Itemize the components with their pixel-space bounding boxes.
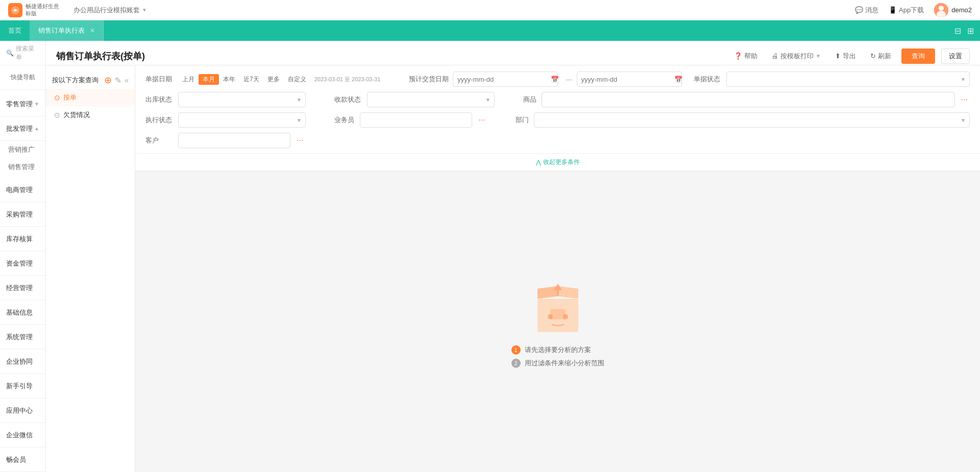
sidebar-sub-sales-label: 销售管理 bbox=[8, 163, 35, 171]
customer-input[interactable] bbox=[178, 133, 290, 148]
filter-sidebar-title: 按以下方案查询 bbox=[52, 76, 99, 85]
add-plan-icon[interactable]: ⊕ bbox=[104, 75, 112, 86]
tab-sales-order[interactable]: 销售订单执行表 ✕ bbox=[30, 20, 104, 41]
print-template-button[interactable]: 🖨 按模板打印 ▼ bbox=[768, 50, 825, 63]
product-dots-icon[interactable]: ··· bbox=[959, 95, 970, 104]
help-button[interactable]: ❓ 帮助 bbox=[730, 50, 762, 63]
sidebar-item-enterprise[interactable]: 企业协同 bbox=[0, 349, 45, 374]
date-tab-last-month[interactable]: 上月 bbox=[178, 74, 199, 85]
receipt-select[interactable] bbox=[367, 92, 495, 107]
sidebar-quick-nav[interactable]: 快捷导航 bbox=[0, 65, 45, 90]
empty-step-2: 2 用过滤条件来缩小分析范围 bbox=[511, 359, 604, 368]
plan-item-by-order[interactable]: ⊙ 按单 bbox=[46, 89, 135, 106]
app-download-label: App下载 bbox=[899, 6, 924, 15]
logo-area: 畅捷通好生意 标版 bbox=[8, 3, 59, 17]
page-actions: ❓ 帮助 🖨 按模板打印 ▼ ⬆ 导出 ↻ 刷新 查询 设置 bbox=[730, 49, 970, 64]
tab-sales-order-label: 销售订单执行表 bbox=[38, 26, 85, 35]
sidebar-item-ecommerce[interactable]: 电商管理 bbox=[0, 178, 45, 202]
svg-marker-6 bbox=[558, 286, 578, 299]
salesperson-dots-icon[interactable]: ··· bbox=[476, 115, 487, 125]
exec-status-select[interactable] bbox=[178, 112, 306, 128]
search-icon: 🔍 bbox=[6, 50, 14, 57]
date-tab-more[interactable]: 更多 bbox=[263, 74, 284, 85]
sidebar-item-finance[interactable]: 资金管理 bbox=[0, 251, 45, 276]
tab-minimize-icon[interactable]: ⊟ bbox=[954, 26, 961, 36]
filter-layout: 按以下方案查询 ⊕ ✎ « ⊙ 按单 ⊙ 欠货情况 bbox=[46, 65, 980, 472]
sidebar-item-purchase[interactable]: 采购管理 bbox=[0, 202, 45, 227]
sidebar-item-operations[interactable]: 经营管理 bbox=[0, 276, 45, 300]
sidebar-sub-marketing[interactable]: 营销推广 bbox=[0, 141, 45, 158]
collapse-chevron-icon: ⋀ bbox=[536, 159, 541, 166]
sidebar-app-center-label: 应用中心 bbox=[6, 406, 33, 415]
sidebar-item-app-center[interactable]: 应用中心 bbox=[0, 398, 45, 423]
app-download-action[interactable]: 📱 App下载 bbox=[889, 6, 924, 15]
tab-close-icon[interactable]: ✕ bbox=[90, 27, 95, 34]
settings-button[interactable]: 设置 bbox=[941, 49, 970, 64]
user-avatar-area[interactable]: demo2 bbox=[934, 3, 972, 17]
filter-row-3: 执行状态 ▼ 业务员 ··· bbox=[145, 112, 970, 128]
tab-expand-icon[interactable]: ⊞ bbox=[967, 26, 974, 36]
exec-status-group: 执行状态 ▼ bbox=[145, 112, 306, 128]
refresh-icon: ↻ bbox=[870, 52, 876, 60]
date-filter-group: 单据日期 上月 本月 本年 近7天 更多 自定义 2023-03-01 至 20… bbox=[145, 74, 380, 85]
date-tab-this-month[interactable]: 本月 bbox=[199, 74, 219, 85]
end-date-input[interactable] bbox=[577, 72, 682, 87]
start-date-input[interactable] bbox=[453, 72, 558, 87]
date-tab-this-year[interactable]: 本年 bbox=[219, 74, 239, 85]
empty-state: 1 请先选择要分析的方案 2 用过滤条件来缩小分析范围 bbox=[135, 171, 980, 472]
product-input[interactable] bbox=[542, 92, 955, 107]
plan-item-shortage[interactable]: ⊙ 欠货情况 bbox=[46, 106, 135, 124]
collapse-button[interactable]: ⋀ 收起更多条件 bbox=[536, 158, 580, 167]
sidebar-item-newbie[interactable]: 新手引导 bbox=[0, 374, 45, 398]
expected-delivery-label: 预计交货日期 bbox=[409, 75, 449, 84]
sidebar-search-label: 搜索菜单 bbox=[16, 44, 39, 62]
print-chevron-icon: ▼ bbox=[816, 53, 821, 59]
salesperson-group: 业务员 ··· bbox=[334, 112, 487, 128]
sidebar-item-system[interactable]: 系统管理 bbox=[0, 325, 45, 349]
logo-icon bbox=[8, 3, 22, 17]
breadcrumb[interactable]: 办公用品行业模拟账套 ▼ bbox=[74, 6, 147, 15]
sidebar-sub-sales[interactable]: 销售管理 bbox=[0, 158, 45, 176]
sidebar-newbie-label: 新手引导 bbox=[6, 382, 33, 391]
logo-text: 畅捷通好生意 标版 bbox=[26, 3, 59, 16]
sidebar-item-wholesale[interactable]: 批发管理 ▲ bbox=[0, 116, 45, 141]
empty-illustration bbox=[522, 276, 594, 337]
sidebar-item-inventory[interactable]: 库存核算 bbox=[0, 227, 45, 251]
start-date-wrapper: 📅 bbox=[453, 72, 561, 87]
page-header: 销售订单执行表(按单) ❓ 帮助 🖨 按模板打印 ▼ ⬆ 导出 ↻ 刷新 bbox=[46, 41, 980, 65]
sidebar-sub-marketing-label: 营销推广 bbox=[8, 146, 35, 153]
customer-dots-icon[interactable]: ··· bbox=[295, 136, 305, 145]
app-download-icon: 📱 bbox=[889, 6, 897, 14]
order-status-group: 单据状态 ▼ bbox=[694, 72, 970, 87]
salesperson-input[interactable] bbox=[360, 112, 472, 128]
dept-select[interactable] bbox=[534, 112, 970, 128]
date-range-info: 2023-03-01 至 2023-03-31 bbox=[314, 76, 381, 83]
header-right: 💬 消息 📱 App下载 demo2 bbox=[855, 3, 972, 17]
tab-home[interactable]: 首页 bbox=[0, 20, 30, 41]
outstock-group: 出库状态 ▼ bbox=[145, 92, 306, 107]
query-button[interactable]: 查询 bbox=[901, 49, 935, 64]
sidebar-item-wechat[interactable]: 企业微信 bbox=[0, 423, 45, 447]
refresh-button[interactable]: ↻ 刷新 bbox=[866, 50, 895, 63]
outstock-select[interactable] bbox=[178, 92, 306, 107]
collapse-bar[interactable]: ⋀ 收起更多条件 bbox=[135, 153, 980, 171]
sidebar-quick-nav-label: 快捷导航 bbox=[11, 73, 35, 82]
main-layout: 🔍 搜索菜单 快捷导航 零售管理 ▼ 批发管理 ▲ 营销推广 销售管理 电商管理… bbox=[0, 41, 980, 472]
breadcrumb-text: 办公用品行业模拟账套 bbox=[74, 6, 140, 15]
message-action[interactable]: 💬 消息 bbox=[855, 6, 878, 15]
sidebar-item-member[interactable]: 畅会员 bbox=[0, 447, 45, 472]
date-tab-custom[interactable]: 自定义 bbox=[284, 74, 310, 85]
date-tab-7days[interactable]: 近7天 bbox=[239, 74, 263, 85]
export-button[interactable]: ⬆ 导出 bbox=[831, 50, 860, 63]
exec-status-label: 执行状态 bbox=[145, 115, 174, 125]
filter-row-1: 单据日期 上月 本月 本年 近7天 更多 自定义 2023-03-01 至 20… bbox=[145, 72, 970, 87]
edit-plan-icon[interactable]: ✎ bbox=[115, 76, 121, 85]
sidebar-wholesale-chevron-icon: ▲ bbox=[34, 126, 39, 131]
order-status-select[interactable] bbox=[726, 72, 970, 87]
content-area: 销售订单执行表(按单) ❓ 帮助 🖨 按模板打印 ▼ ⬆ 导出 ↻ 刷新 bbox=[46, 41, 980, 472]
outstock-label: 出库状态 bbox=[145, 95, 174, 104]
sidebar-item-retail[interactable]: 零售管理 ▼ bbox=[0, 92, 45, 116]
sidebar-item-basic-info[interactable]: 基础信息 bbox=[0, 300, 45, 325]
collapse-sidebar-icon[interactable]: « bbox=[125, 76, 129, 84]
sidebar-search[interactable]: 🔍 搜索菜单 bbox=[0, 41, 45, 65]
